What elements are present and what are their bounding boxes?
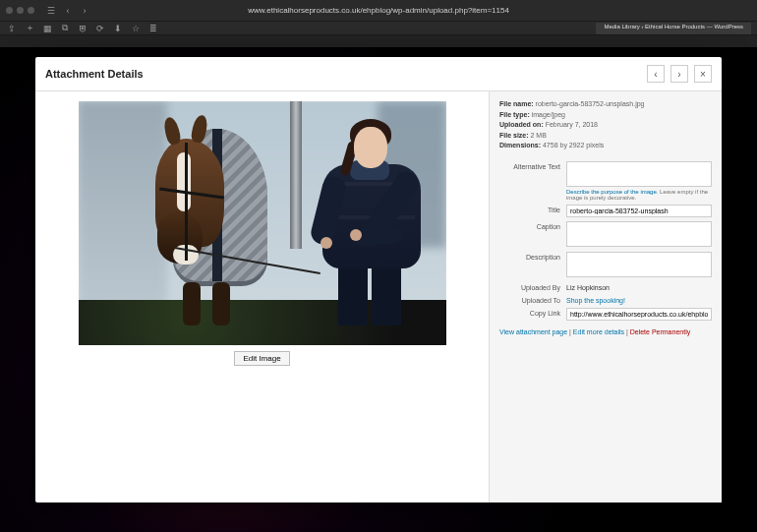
uploaded-to-link[interactable]: Shop the spooking! (566, 297, 625, 304)
next-attachment-button[interactable]: › (670, 65, 688, 83)
dimensions-label: Dimensions: (499, 142, 541, 148)
prev-attachment-button[interactable]: ‹ (647, 65, 665, 83)
caption-input[interactable] (566, 221, 712, 247)
window-controls[interactable] (6, 7, 34, 14)
copy-icon[interactable]: ⧉ (59, 23, 71, 34)
uploaded-on-label: Uploaded on: (499, 121, 544, 128)
modal-title: Attachment Details (45, 68, 144, 80)
file-name-label: File name: (499, 100, 534, 107)
address-bar[interactable]: www.ethicalhorseproducts.co.uk/ehpblog/w… (248, 6, 509, 15)
add-icon[interactable]: ＋ (24, 23, 35, 34)
attachment-sidebar: File name: roberto-garcia-583752-unsplas… (490, 91, 722, 502)
share-icon[interactable]: ⇪ (6, 23, 18, 34)
browser-chrome: ☰ ‹ › www.ethicalhorseproducts.co.uk/ehp… (0, 0, 757, 47)
sidebar-icon[interactable]: ☰ (45, 5, 57, 17)
alt-text-label: Alternative Text (499, 161, 560, 170)
attachment-image (79, 101, 446, 345)
file-name-value: roberto-garcia-583752-unsplash.jpg (536, 100, 645, 107)
close-window-icon[interactable] (6, 7, 13, 14)
zoom-window-icon[interactable] (28, 7, 34, 14)
copy-link-input[interactable] (566, 308, 712, 321)
forward-icon[interactable]: › (79, 5, 90, 17)
alt-text-input[interactable] (566, 161, 712, 187)
title-input[interactable] (566, 205, 712, 217)
file-size-value: 2 MB (531, 132, 547, 139)
delete-permanently-link[interactable]: Delete Permanently (630, 328, 690, 335)
uploaded-to-label: Uploaded To (499, 295, 560, 304)
reader-icon[interactable]: ≣ (147, 23, 159, 34)
browser-tab[interactable]: Media Library ‹ Ethical Horse Products —… (596, 23, 751, 34)
minimize-window-icon[interactable] (17, 7, 24, 14)
file-size-label: File size: (499, 132, 529, 139)
shield-icon[interactable]: ⛨ (77, 23, 88, 34)
title-label: Title (499, 205, 560, 213)
attachment-preview-pane: Edit Image (35, 91, 490, 502)
modal-header: Attachment Details ‹ › × (35, 57, 722, 91)
grid-icon[interactable]: ▦ (41, 23, 53, 34)
refresh-icon[interactable]: ⟳ (94, 23, 106, 34)
uploaded-by-label: Uploaded By (499, 282, 560, 291)
horse-illustration (138, 119, 305, 325)
downloads-icon[interactable]: ⬇ (112, 23, 124, 34)
person-illustration (305, 111, 433, 325)
view-attachment-link[interactable]: View attachment page (499, 328, 567, 335)
close-modal-button[interactable]: × (694, 65, 712, 83)
attachment-actions: View attachment page | Edit more details… (499, 328, 712, 335)
copy-link-label: Copy Link (499, 308, 560, 317)
edit-image-button[interactable]: Edit Image (234, 351, 289, 366)
edit-details-link[interactable]: Edit more details (573, 328, 624, 335)
uploaded-on-value: February 7, 2018 (546, 121, 598, 128)
back-icon[interactable]: ‹ (62, 5, 74, 17)
description-label: Description (499, 252, 560, 261)
bookmarks-icon[interactable]: ☆ (130, 23, 142, 34)
dimensions-value: 4758 by 2922 pixels (543, 142, 604, 148)
file-type-value: image/jpeg (532, 111, 565, 118)
alt-text-hint: Describe the purpose of the image. Leave… (566, 189, 712, 201)
uploaded-by-value: Liz Hopkinson (566, 282, 712, 291)
file-type-label: File type: (499, 111, 530, 118)
caption-label: Caption (499, 221, 560, 230)
description-input[interactable] (566, 252, 712, 277)
attachment-details-modal: Attachment Details ‹ › × (35, 57, 722, 502)
